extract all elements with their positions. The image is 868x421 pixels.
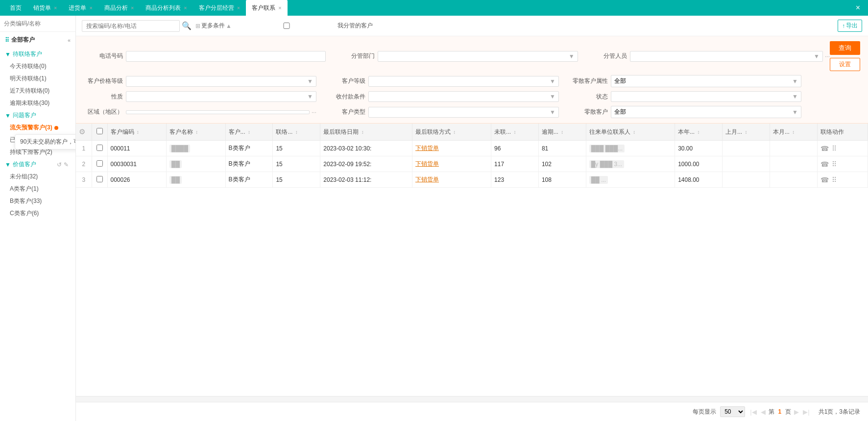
row-2-checkbox[interactable]: [96, 160, 103, 167]
row-contact-person-2: █y ███ 3...: [586, 156, 675, 172]
row-name-2: ██: [167, 156, 226, 172]
table-row: 2 00030031 ██ B类客户 15 2023-02-09 19:52: …: [76, 156, 868, 172]
sort-name-icon[interactable]: ↕: [195, 129, 198, 135]
sort-code-icon[interactable]: ↕: [137, 129, 139, 135]
region-select[interactable]: [126, 110, 310, 114]
sort-last-month-icon[interactable]: ↕: [745, 129, 747, 135]
sort-type-icon[interactable]: ↕: [248, 129, 250, 135]
customer-level-select[interactable]: ▼: [368, 76, 559, 87]
nav-sales[interactable]: 销货单 ×: [27, 0, 63, 16]
sidebar-collapse-icon[interactable]: «: [68, 37, 71, 43]
export-button[interactable]: ↑ 导出: [838, 20, 862, 32]
select-all-checkbox[interactable]: [96, 128, 103, 134]
sort-uncontacted-icon[interactable]: ↕: [513, 129, 516, 135]
nav-product-analysis-list[interactable]: 商品分析列表 ×: [140, 0, 193, 16]
action-phone-icon-3[interactable]: ☎: [820, 176, 829, 184]
close-customer-contact-icon[interactable]: ×: [278, 5, 281, 11]
nav-purchase[interactable]: 进货单 ×: [63, 0, 98, 16]
per-page-select[interactable]: 50 100 200: [720, 406, 745, 417]
sidebar-item-ungrouped[interactable]: 未分组(32): [0, 171, 75, 183]
sidebar-item-7days[interactable]: 近7天待联络(0): [0, 85, 75, 97]
retail-customer-select[interactable]: 全部 ▼: [611, 106, 801, 118]
next-page-button[interactable]: ▶: [793, 408, 800, 416]
price-level-select[interactable]: ▼: [126, 76, 316, 87]
close-purchase-icon[interactable]: ×: [89, 5, 92, 11]
sidebar-group-problem[interactable]: ▼ 问题客户: [0, 109, 75, 122]
row-contact-person-3: ██ ...: [586, 172, 675, 188]
manager-chevron-icon: ▼: [814, 53, 820, 60]
sort-overdue-icon[interactable]: ↕: [561, 129, 563, 135]
region-dots[interactable]: ···: [312, 109, 316, 116]
sidebar-item-today[interactable]: 今天待联络(0): [0, 60, 75, 73]
action-phone-icon-1[interactable]: ☎: [820, 145, 829, 152]
table-row: 3 000026 ██ B类客户 15 2023-02-03 11:12: 下销…: [76, 172, 868, 188]
close-customer-seg-icon[interactable]: ×: [237, 5, 240, 11]
sidebar-root-label[interactable]: 全部客户: [11, 36, 35, 44]
edit-icon[interactable]: ✎: [64, 161, 69, 168]
search-input[interactable]: [82, 20, 180, 32]
sort-last-date-icon[interactable]: ↕: [362, 129, 364, 135]
tooltip-box: 90天未交易的客户，可能有流失风险。: [15, 134, 76, 149]
action-phone-icon-2[interactable]: ☎: [820, 160, 829, 168]
sidebar-item-tomorrow[interactable]: 明天待联络(1): [0, 73, 75, 85]
customer-type-select[interactable]: ▼: [368, 107, 559, 118]
refresh-icon[interactable]: ↺: [57, 161, 62, 168]
row-code-3: 000026: [107, 172, 167, 188]
phone-input[interactable]: [126, 51, 326, 62]
sidebar-search-input[interactable]: [4, 20, 76, 27]
manager-select[interactable]: ▼: [630, 51, 823, 62]
manager-dots[interactable]: ···: [825, 53, 830, 60]
horizontal-scroll[interactable]: [76, 396, 868, 402]
row-name-3: ██: [167, 172, 226, 188]
sidebar-group-pending[interactable]: ▼ 待联络客户: [0, 48, 75, 60]
close-product-analysis-icon[interactable]: ×: [131, 5, 134, 11]
row-3-checkbox[interactable]: [96, 176, 103, 182]
row-3-method-link[interactable]: 下销货单: [415, 176, 439, 183]
query-button[interactable]: 查询: [830, 41, 860, 55]
row-1-method-link[interactable]: 下销货单: [415, 145, 439, 151]
nav-customer-segmentation[interactable]: 客户分层经营 ×: [193, 0, 246, 16]
nav-product-analysis[interactable]: 商品分析 ×: [98, 0, 140, 16]
masked-name-3: ██: [169, 176, 182, 184]
dept-select[interactable]: ▼: [378, 51, 578, 62]
sort-contact-icon[interactable]: ↕: [295, 129, 298, 135]
sidebar-item-c-class[interactable]: C类客户(6): [0, 207, 75, 220]
payment-select[interactable]: ▼: [368, 91, 559, 102]
close-product-analysis-list-icon[interactable]: ×: [184, 5, 187, 11]
row-type-1: B类客户: [225, 141, 273, 156]
sidebar-item-b-class[interactable]: B类客户(33): [0, 195, 75, 207]
action-buttons-1: ☎ ⠿: [820, 145, 865, 152]
nav-home[interactable]: 首页: [4, 0, 27, 16]
status-select[interactable]: ▼: [611, 91, 801, 102]
field-retail-customer: 零散客户 全部 ▼: [569, 106, 801, 118]
field-dept: 分管部门 ▼: [336, 51, 578, 62]
first-page-button[interactable]: |◀: [749, 408, 757, 416]
action-more-icon-2[interactable]: ⠿: [832, 160, 837, 168]
sidebar-item-churn-warning[interactable]: 流失预警客户(3): [0, 122, 75, 134]
row-1-checkbox[interactable]: [96, 145, 103, 151]
table-settings-icon[interactable]: ⚙: [79, 127, 85, 136]
close-sales-icon[interactable]: ×: [54, 5, 57, 11]
sort-contact-person-icon[interactable]: ↕: [633, 129, 635, 135]
action-more-icon-3[interactable]: ⠿: [832, 176, 837, 184]
nature-select[interactable]: ▼: [126, 91, 316, 102]
sidebar-item-overdue[interactable]: 逾期未联络(30): [0, 97, 75, 109]
action-more-icon-1[interactable]: ⠿: [832, 145, 837, 152]
sort-this-year-icon[interactable]: ↕: [698, 129, 700, 135]
retail-attr-select[interactable]: 全部 ▼: [611, 75, 801, 87]
settings-button[interactable]: 设置: [830, 58, 860, 71]
my-customer-checkbox[interactable]: [238, 23, 336, 29]
filter-search-button[interactable]: 🔍: [182, 21, 192, 30]
nav-customer-contact[interactable]: 客户联系 ×: [246, 0, 287, 16]
my-customer-filter[interactable]: 我分管的客户: [238, 22, 373, 30]
row-2-method-link[interactable]: 下销货单: [415, 160, 439, 167]
customer-type-label: 客户类型: [326, 108, 365, 116]
sort-last-method-icon[interactable]: ↕: [453, 129, 456, 135]
more-conditions-button[interactable]: ⊞ 更多条件 ▲: [195, 22, 232, 30]
last-page-button[interactable]: ▶|: [802, 408, 810, 416]
prev-page-button[interactable]: ◀: [760, 408, 767, 416]
sidebar-item-a-class[interactable]: A类客户(1): [0, 183, 75, 195]
sort-this-month-icon[interactable]: ↕: [792, 129, 795, 135]
sidebar-group-value[interactable]: ▼ 价值客户 ↺ ✎: [0, 158, 75, 171]
close-all-button[interactable]: ×: [852, 3, 864, 12]
